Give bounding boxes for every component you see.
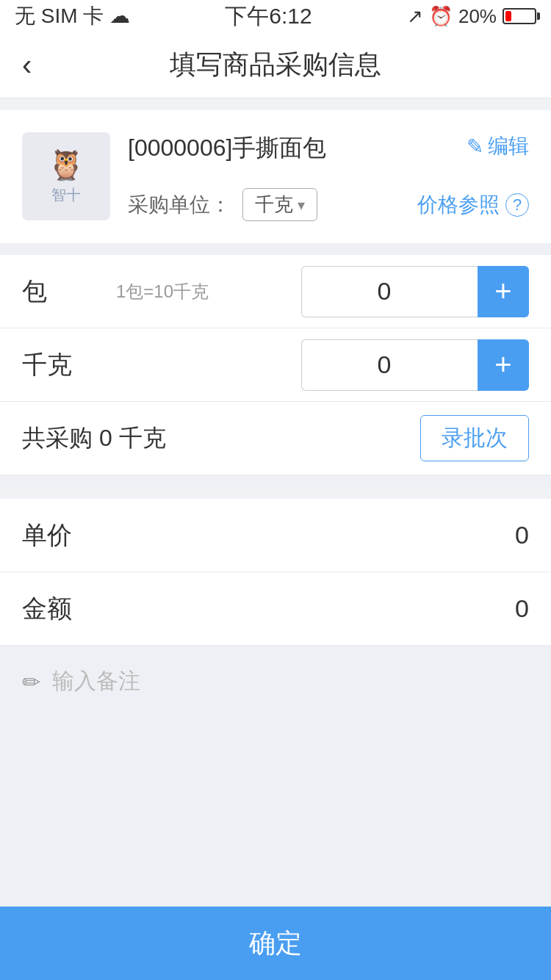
input-section: 包 1包=10千克 + 千克 + 共采购 0 千克 录批次 xyxy=(0,255,551,475)
product-thumb-icon: 🦉 xyxy=(48,148,84,182)
bag-quantity-input[interactable] xyxy=(301,266,478,317)
section-divider-2 xyxy=(0,475,551,487)
kg-input-row: 千克 + xyxy=(0,328,551,402)
unit-label: 采购单位： xyxy=(128,191,231,219)
price-section: 单价 0 金额 0 xyxy=(0,499,551,646)
bag-sublabel: 1包=10千克 xyxy=(116,280,209,303)
confirm-button[interactable]: 确定 xyxy=(0,907,551,980)
unit-value: 千克 xyxy=(255,192,293,217)
kg-plus-button[interactable]: + xyxy=(478,339,529,391)
sim-label: 无 SIM 卡 ☁ xyxy=(15,2,130,30)
unit-price-label: 单价 xyxy=(22,519,72,552)
bag-plus-button[interactable]: + xyxy=(478,266,529,317)
product-name: [0000006]手撕面包 xyxy=(128,132,326,165)
status-right: ↗ ⏰ 20% xyxy=(407,5,536,28)
amount-row: 金额 0 xyxy=(0,572,551,646)
remark-placeholder: 输入备注 xyxy=(52,666,140,696)
product-info: [0000006]手撕面包 ✎ 编辑 采购单位： 千克 ▾ 价格参照 ? xyxy=(128,132,529,221)
nav-bar: ‹ 填写商品采购信息 xyxy=(0,32,551,98)
bag-input-row: 包 1包=10千克 + xyxy=(0,255,551,328)
summary-text: 共采购 0 千克 xyxy=(22,422,166,455)
edit-button[interactable]: ✎ 编辑 xyxy=(467,132,529,160)
location-icon: ↗ xyxy=(407,5,423,28)
status-time: 下午6:12 xyxy=(225,1,311,32)
page-title: 填写商品采购信息 xyxy=(170,47,381,83)
product-card: 🦉 智十 [0000006]手撕面包 ✎ 编辑 采购单位： 千克 ▾ 价格参照 … xyxy=(0,110,551,243)
back-button[interactable]: ‹ xyxy=(15,41,39,89)
status-bar: 无 SIM 卡 ☁ 下午6:12 ↗ ⏰ 20% xyxy=(0,0,551,32)
product-thumbnail: 🦉 智十 xyxy=(22,132,110,220)
status-left: 无 SIM 卡 ☁ xyxy=(15,2,130,30)
price-reference-link[interactable]: 价格参照 ? xyxy=(417,191,529,219)
unit-selector[interactable]: 千克 ▾ xyxy=(242,188,317,221)
kg-label: 千克 xyxy=(22,348,110,382)
unit-price-row: 单价 0 xyxy=(0,499,551,572)
price-help-icon[interactable]: ? xyxy=(505,193,529,217)
alarm-icon: ⏰ xyxy=(429,5,453,28)
product-thumb-label: 智十 xyxy=(51,185,81,205)
chevron-down-icon: ▾ xyxy=(298,196,305,214)
amount-label: 金额 xyxy=(22,592,72,626)
pencil-icon: ✏ xyxy=(22,669,40,695)
unit-price-value: 0 xyxy=(515,521,529,550)
batch-button[interactable]: 录批次 xyxy=(420,415,529,461)
summary-row: 共采购 0 千克 录批次 xyxy=(0,402,551,475)
battery-percent: 20% xyxy=(458,5,497,28)
amount-value: 0 xyxy=(515,594,529,623)
product-unit-row: 采购单位： 千克 ▾ xyxy=(128,188,317,221)
remark-section[interactable]: ✏ 输入备注 xyxy=(0,646,551,925)
bag-input-control: + xyxy=(301,266,529,317)
battery-icon xyxy=(503,8,536,24)
section-divider-1 xyxy=(0,243,551,255)
bag-label: 包 xyxy=(22,275,110,309)
edit-icon: ✎ xyxy=(467,134,483,159)
kg-input-control: + xyxy=(301,339,529,391)
kg-quantity-input[interactable] xyxy=(301,339,478,391)
